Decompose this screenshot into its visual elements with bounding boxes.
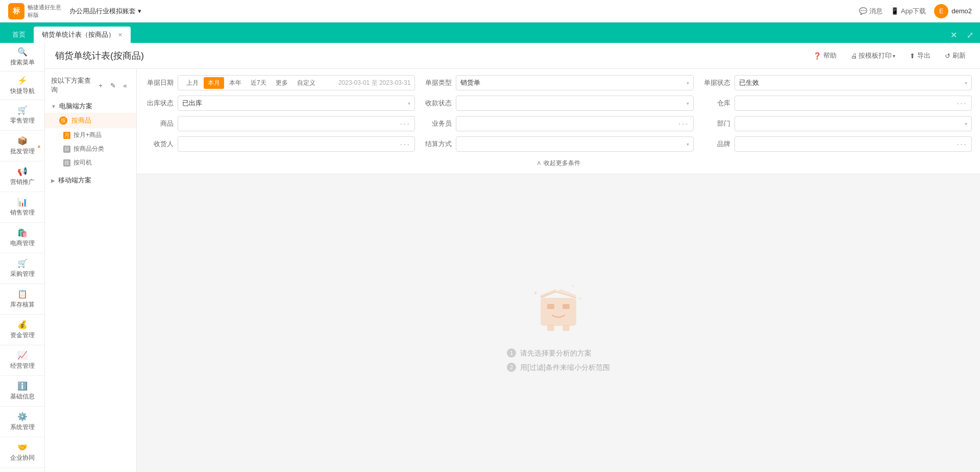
sidebar-ecommerce-label: 电商管理 xyxy=(10,239,35,248)
by-product-icon: 按 xyxy=(59,116,67,125)
product-label: 商品 xyxy=(145,119,174,128)
scheme-item-by-product[interactable]: 按 按商品 xyxy=(45,113,136,128)
filter-doc-type-cell: 单据类型 销货单 ▾ xyxy=(423,75,693,90)
tab-sales-stats[interactable]: 销货单统计表（按商品） ✕ xyxy=(34,27,131,43)
scheme-group-desktop-header[interactable]: ▼ 电脑端方案 xyxy=(45,100,136,113)
filter-warehouse-cell: 仓库 ··· xyxy=(702,96,972,111)
sidebar-item-purchase[interactable]: 🛒 采购管理 xyxy=(0,253,44,284)
sidebar-item-business[interactable]: 📈 经营管理 xyxy=(0,345,44,376)
doc-status-input[interactable]: 已生效 ▾ xyxy=(734,75,972,90)
doc-type-input[interactable]: 销货单 ▾ xyxy=(456,75,693,90)
payment-status-input[interactable]: ▾ xyxy=(456,96,693,111)
scheme-group-mobile-header[interactable]: ▶ 移动端方案 xyxy=(45,174,136,187)
svg-rect-0 xyxy=(541,298,576,326)
filter-and-content: 单据日期 上月 本月 本年 近7天 更多 自定义 20 xyxy=(137,69,980,472)
collapse-filters-btn[interactable]: ∧ 收起更多条件 xyxy=(145,156,972,168)
workspace-selector[interactable]: 办公用品行业模拟账套 ▾ xyxy=(65,5,145,18)
message-btn[interactable]: 💬 消息 xyxy=(859,7,883,16)
sidebar-item-sales[interactable]: 📊 销售管理 xyxy=(0,192,44,223)
date-tab-this-month[interactable]: 本月 xyxy=(204,77,224,89)
sidebar-item-cooperation[interactable]: 🤝 企业协同 xyxy=(0,437,44,468)
scheme-edit-btn[interactable]: ✎ xyxy=(108,80,118,90)
salesperson-input[interactable]: ··· xyxy=(456,116,693,131)
scheme-subitem-month-product[interactable]: 月 按月+商品 xyxy=(45,128,136,142)
sidebar-item-finance[interactable]: 💰 资金管理 xyxy=(0,315,44,345)
scheme-subitem-by-category[interactable]: 目 按商品分类 xyxy=(45,142,136,156)
cooperation-icon: 🤝 xyxy=(17,442,28,452)
month-product-label: 按月+商品 xyxy=(74,131,102,139)
date-tab-7days[interactable]: 近7天 xyxy=(247,77,271,89)
date-tab-last-month[interactable]: 上月 xyxy=(182,77,203,89)
payment-method-input[interactable]: ▾ xyxy=(456,136,693,152)
user-profile[interactable]: E demo2 xyxy=(934,4,972,18)
empty-state-illustration: ✦ ✦ ✦ xyxy=(528,272,589,334)
warehouse-input[interactable]: ··· xyxy=(734,96,972,111)
window-close-btn[interactable]: ✕ xyxy=(947,29,960,41)
purchase-icon: 🛒 xyxy=(17,258,28,268)
user-avatar: E xyxy=(934,4,948,18)
sidebar-item-system[interactable]: ⚙️ 系统管理 xyxy=(0,407,44,437)
filter-section: 单据日期 上月 本月 本年 近7天 更多 自定义 20 xyxy=(137,69,980,174)
date-tab-more[interactable]: 更多 xyxy=(272,77,292,89)
out-status-input[interactable]: 已出库 ▾ xyxy=(178,96,415,111)
filter-date-cell: 单据日期 上月 本月 本年 近7天 更多 自定义 20 xyxy=(145,75,415,90)
empty-state: ✦ ✦ ✦ 1 请先选择要分析的方案 2 用[过滤]条件来缩小分析范围 xyxy=(137,174,980,472)
inventory-icon: 📋 xyxy=(17,289,28,299)
doc-type-label: 单据类型 xyxy=(423,78,452,87)
system-icon: ⚙️ xyxy=(17,412,28,421)
sidebar-item-quick-nav[interactable]: ⚡ 快捷导航 xyxy=(0,72,44,100)
sidebar-item-ecommerce[interactable]: 🛍️ 电商管理 xyxy=(0,223,44,253)
export-btn[interactable]: ⬆ 导出 xyxy=(905,49,935,62)
date-tab-this-year[interactable]: 本年 xyxy=(225,77,246,89)
workspace-arrow-icon: ▾ xyxy=(138,7,141,15)
date-range-text: 2023-03-01 至 2023-03-31 xyxy=(338,79,410,87)
sidebar-item-guide[interactable]: 🧭 新手引导 xyxy=(0,468,44,472)
date-tab-custom[interactable]: 自定义 xyxy=(293,77,320,89)
sidebar-item-search[interactable]: 🔍 搜索菜单 xyxy=(0,43,44,72)
mobile-group-arrow: ▶ xyxy=(51,178,55,183)
recipient-input[interactable]: ··· xyxy=(178,136,415,152)
sidebar-retail-label: 零售管理 xyxy=(10,116,35,125)
scheme-panel-header: 按以下方案查询 + ✎ « xyxy=(45,73,136,98)
app-download-btn[interactable]: 📱 App下载 xyxy=(891,7,926,16)
main-content: ✦ ✦ ✦ 1 请先选择要分析的方案 2 用[过滤]条件来缩小分析范围 xyxy=(137,174,980,472)
sidebar-item-retail[interactable]: 🛒 零售管理 xyxy=(0,100,44,131)
window-maximize-btn[interactable]: ⤢ xyxy=(964,29,976,41)
recipient-label: 收货人 xyxy=(145,139,174,149)
marketing-icon: 📢 xyxy=(17,167,28,176)
date-filter-input[interactable]: 上月 本月 本年 近7天 更多 自定义 2023-03-01 至 2023-03… xyxy=(178,75,415,90)
sidebar-item-basic[interactable]: ℹ️ 基础信息 xyxy=(0,376,44,407)
scheme-collapse-btn[interactable]: « xyxy=(120,80,130,90)
logo-letter: 标 xyxy=(13,7,20,16)
ecommerce-icon: 🛍️ xyxy=(17,228,28,238)
sidebar-item-wholesale[interactable]: 📦 批发管理 xyxy=(0,131,44,161)
page-title: 销货单统计表(按商品) xyxy=(55,50,144,62)
svg-rect-1 xyxy=(547,304,554,309)
scheme-add-btn[interactable]: + xyxy=(95,80,106,90)
tab-home[interactable]: 首页 xyxy=(4,27,34,43)
filter-payment-method-cell: 结算方式 ▾ xyxy=(423,136,693,152)
print-icon: 🖨 xyxy=(851,52,857,60)
by-category-label: 按商品分类 xyxy=(74,145,104,153)
product-input[interactable]: ··· xyxy=(178,116,415,131)
print-dropdown-arrow: ▾ xyxy=(893,53,895,59)
desktop-group-arrow: ▼ xyxy=(51,104,56,109)
page-header: 销货单统计表(按商品) ❓ 帮助 🖨 按模板打印 ▾ ⬆ 导出 ↺ 刷新 xyxy=(45,43,980,69)
sidebar-purchase-label: 采购管理 xyxy=(10,270,35,278)
tab-close-icon[interactable]: ✕ xyxy=(118,32,122,38)
scheme-group-desktop: ▼ 电脑端方案 按 按商品 月 按月+商品 目 按商品分 xyxy=(45,98,136,172)
sidebar-item-marketing[interactable]: 📢 营销推广 xyxy=(0,161,44,192)
tab-home-label: 首页 xyxy=(12,30,26,39)
brand-label: 品牌 xyxy=(702,139,730,149)
out-status-value: 已出库 xyxy=(182,99,202,108)
dept-input[interactable]: ▾ xyxy=(734,116,972,131)
refresh-btn[interactable]: ↺ 刷新 xyxy=(941,49,970,62)
help-btn[interactable]: ❓ 帮助 xyxy=(809,49,841,62)
sidebar-item-inventory[interactable]: 📋 库存核算 xyxy=(0,284,44,315)
print-template-btn[interactable]: 🖨 按模板打印 ▾ xyxy=(847,49,899,62)
desktop-group-label: 电脑端方案 xyxy=(59,102,92,111)
brand-input[interactable]: ··· xyxy=(734,136,972,152)
finance-icon: 💰 xyxy=(17,320,28,329)
date-label: 单据日期 xyxy=(145,78,174,87)
scheme-subitem-by-printer[interactable]: 按 按司机 xyxy=(45,156,136,170)
